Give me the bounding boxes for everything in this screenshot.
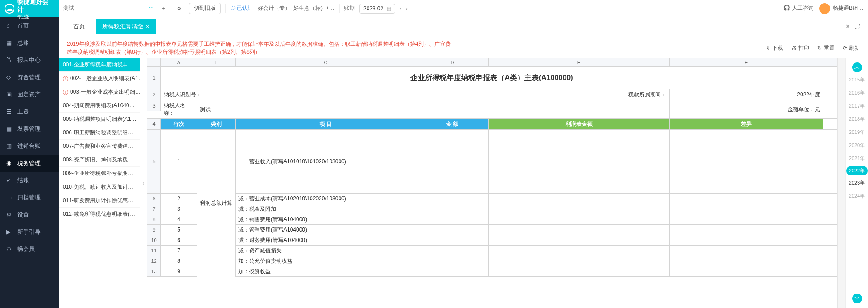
col-header-b[interactable]: B	[197, 58, 236, 66]
cell[interactable]	[416, 256, 489, 266]
year-item[interactable]: 2024年	[849, 190, 865, 202]
nav-item-12[interactable]: ▶新手引导	[0, 223, 59, 241]
cell[interactable]	[670, 266, 823, 276]
fullscreen-icon[interactable]: ⛶	[854, 24, 860, 30]
cell[interactable]	[670, 246, 823, 256]
cell[interactable]	[670, 214, 823, 224]
row-header[interactable]: 7	[147, 204, 161, 214]
cell[interactable]: 税款所属期间：	[416, 89, 670, 100]
cell[interactable]	[489, 214, 670, 224]
row-header[interactable]: 1	[147, 67, 161, 89]
year-item[interactable]: 2017年	[849, 100, 865, 112]
row-header[interactable]: 6	[147, 194, 161, 204]
year-item[interactable]: 2016年	[849, 87, 865, 99]
col-header-a[interactable]: A	[161, 58, 197, 66]
row-header[interactable]: 10	[147, 235, 161, 245]
cell[interactable]	[416, 235, 489, 245]
cell[interactable]: 3	[161, 204, 197, 214]
row-header[interactable]: 2	[147, 89, 161, 100]
cell[interactable]	[416, 204, 489, 214]
refresh-button[interactable]: ⟳刷新	[843, 44, 860, 52]
cell[interactable]: 减：财务费用(请写A104000)	[236, 235, 416, 245]
cell[interactable]	[670, 256, 823, 266]
sheet-title[interactable]: 企业所得税年度纳税申报表（A类）主表(A100000)	[161, 67, 823, 89]
cell[interactable]	[416, 194, 489, 204]
row-header[interactable]: 12	[147, 256, 161, 266]
cell[interactable]: 减：销售费用(请写A104000)	[236, 214, 416, 224]
cell[interactable]	[489, 266, 670, 276]
form-list-item[interactable]: !002-一般企业收入明细表(A1…	[59, 72, 140, 85]
cell[interactable]	[670, 235, 823, 245]
settings-icon[interactable]: ⚙	[174, 3, 184, 14]
nav-item-8[interactable]: ◉税务管理	[0, 155, 59, 172]
cell[interactable]	[416, 130, 489, 193]
header-cell[interactable]: 差异	[670, 119, 823, 129]
old-version-button[interactable]: 切到旧版	[189, 3, 221, 14]
header-cell[interactable]: 行次	[161, 119, 197, 129]
nav-item-7[interactable]: ▥进销台账	[0, 137, 59, 155]
cell[interactable]: 减：营业成本(请写A102010\102020\103000)	[236, 194, 416, 204]
user-menu[interactable]: 畅捷通B组…	[819, 3, 863, 14]
cell[interactable]	[489, 256, 670, 266]
form-list-item[interactable]: 010-免税、减计收入及加计…	[59, 180, 140, 194]
row-header[interactable]: 5	[147, 130, 161, 193]
nav-item-2[interactable]: 〽报表中心	[0, 52, 59, 69]
header-cell[interactable]: 项 目	[236, 119, 416, 129]
nav-item-6[interactable]: ▤发票管理	[0, 120, 59, 137]
cell[interactable]	[489, 246, 670, 256]
cell[interactable]: 测试	[197, 100, 670, 118]
download-button[interactable]: ⇩下载	[766, 44, 783, 52]
cell[interactable]: 4	[161, 214, 197, 224]
year-item[interactable]: 2020年	[849, 140, 865, 151]
cell[interactable]	[416, 246, 489, 256]
header-cell[interactable]: 类别	[197, 119, 236, 129]
cell[interactable]: 6	[161, 235, 197, 245]
form-list-item[interactable]: 004-期间费用明细表(A1040…	[59, 99, 140, 113]
period-select[interactable]: 2023-02 ▦	[359, 4, 395, 14]
year-item[interactable]: 2015年	[849, 74, 865, 85]
header-cell[interactable]: 利润表金额	[489, 119, 670, 129]
form-list-item[interactable]: 006-职工薪酬纳税调整明细…	[59, 126, 140, 140]
cell[interactable]	[489, 204, 670, 214]
cell[interactable]: 1	[161, 130, 197, 193]
scroll-up-button[interactable]: ︿	[852, 62, 862, 72]
row-header[interactable]: 3	[147, 100, 161, 111]
cell[interactable]	[416, 214, 489, 224]
cell[interactable]	[416, 225, 489, 235]
year-item[interactable]: 2018年	[849, 114, 865, 125]
cell[interactable]: 金额单位：元	[670, 100, 823, 118]
header-cell[interactable]: 金 额	[416, 119, 489, 129]
year-item[interactable]: 2023年	[849, 177, 865, 189]
cell[interactable]	[670, 204, 823, 214]
nav-item-13[interactable]: ♔畅会员	[0, 241, 59, 258]
scroll-down-button[interactable]: ﹀	[852, 294, 862, 303]
cell[interactable]: 7	[161, 246, 197, 256]
nav-item-5[interactable]: ☰工资	[0, 103, 59, 120]
cell[interactable]: 一、营业收入(请写A101010\101020\103000)	[236, 130, 416, 193]
cell[interactable]	[670, 130, 823, 193]
nav-item-1[interactable]: ▦总账	[0, 34, 59, 52]
category-merged-cell[interactable]: 利润总额计算	[197, 130, 236, 277]
row-header[interactable]: 4	[147, 119, 161, 129]
cell[interactable]	[489, 235, 670, 245]
cell[interactable]: 减：资产减值损失	[236, 246, 416, 256]
nav-item-10[interactable]: ▭归档管理	[0, 189, 59, 206]
col-header-d[interactable]: D	[416, 58, 489, 66]
scrollbar-vertical[interactable]	[837, 58, 845, 308]
nav-item-3[interactable]: ◇资金管理	[0, 69, 59, 86]
nav-item-0[interactable]: ⌂首页	[0, 17, 59, 34]
cell[interactable]: 5	[161, 225, 197, 235]
cell[interactable]	[489, 225, 670, 235]
nav-item-4[interactable]: ▣固定资产	[0, 86, 59, 103]
form-list-item[interactable]: !003-一般企业成本支出明细…	[59, 85, 140, 99]
year-item[interactable]: 2022年	[846, 166, 868, 175]
nav-item-11[interactable]: ⚙设置	[0, 206, 59, 223]
cell[interactable]: 2022年度	[670, 89, 823, 100]
year-item[interactable]: 2019年	[849, 127, 865, 138]
close-icon[interactable]: ×	[146, 23, 150, 30]
cell[interactable]	[489, 194, 670, 204]
reset-button[interactable]: ↻重置	[817, 44, 835, 52]
tab-home[interactable]: 首页	[67, 19, 91, 34]
cell[interactable]	[489, 130, 670, 193]
cell[interactable]: 减：管理费用(请写A104000)	[236, 225, 416, 235]
